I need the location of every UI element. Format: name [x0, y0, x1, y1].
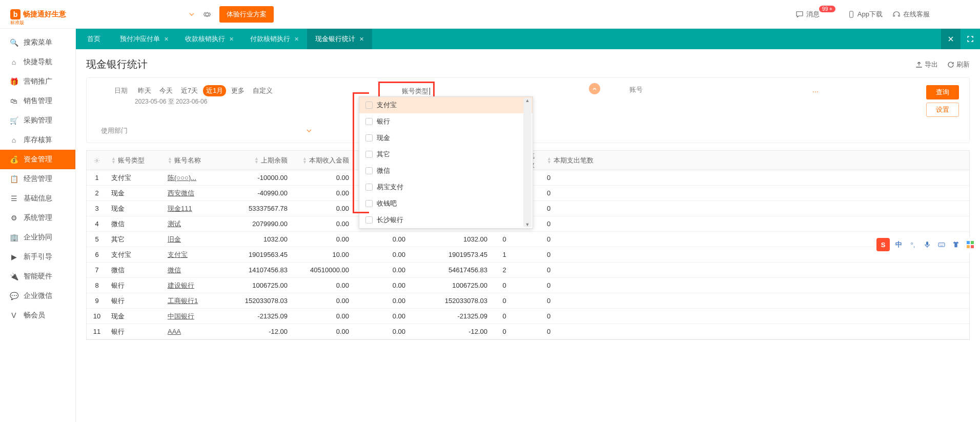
skin-icon[interactable] — [950, 239, 962, 250]
account-name-link[interactable]: AAA — [168, 328, 181, 335]
checkbox[interactable] — [365, 216, 373, 224]
sidebar-item-10[interactable]: 🏢企业协同 — [0, 228, 75, 247]
checkbox[interactable] — [365, 102, 373, 109]
sidebar-item-5[interactable]: ⌂库存核算 — [0, 130, 75, 150]
account-name-link[interactable]: 工商银行1 — [168, 296, 198, 306]
account-name-link[interactable]: 旧金 — [168, 235, 181, 244]
col-expense-count[interactable]: ▲▼本期支出笔数 — [543, 156, 615, 165]
sidebar-item-4[interactable]: 🛒采购管理 — [0, 111, 75, 130]
export-button[interactable]: 导出 — [915, 60, 938, 69]
sidebar-item-7[interactable]: 📋经营管理 — [0, 169, 75, 189]
date-opt-0[interactable]: 昨天 — [135, 85, 154, 96]
gear-icon[interactable] — [202, 10, 212, 19]
table-row: 7微信微信14107456.8340510000.000.0054617456.… — [87, 263, 969, 278]
department-input[interactable] — [135, 127, 306, 135]
toolbox-icon[interactable] — [965, 239, 976, 250]
date-opt-3[interactable]: 近1月 — [203, 85, 226, 96]
tab-close-icon[interactable]: ✕ — [164, 36, 169, 43]
sidebar-item-9[interactable]: ⚙系统管理 — [0, 208, 75, 228]
sidebar-icon: 🔍 — [9, 38, 18, 47]
text-cursor — [430, 88, 430, 95]
tab-close-button[interactable] — [941, 29, 961, 49]
sidebar-icon: 🛒 — [9, 116, 18, 125]
checkbox[interactable] — [365, 184, 373, 191]
ime-punct-icon[interactable]: °, — [907, 239, 918, 250]
sidebar-icon: 🎁 — [9, 77, 18, 86]
collapse-toggle[interactable] — [589, 83, 600, 94]
app-download-button[interactable]: App下载 — [847, 10, 883, 19]
col-account-type[interactable]: ▲▼账号类型 — [107, 156, 164, 165]
dropdown-scrollbar[interactable]: ▲ ▼ — [523, 98, 532, 227]
dropdown-option-4[interactable]: 微信 — [359, 163, 533, 179]
settings-button[interactable]: 设置 — [926, 103, 959, 117]
dropdown-option-3[interactable]: 其它 — [359, 146, 533, 163]
dropdown-option-7[interactable]: 长沙银行 — [359, 212, 533, 228]
sidebar-icon: ⌂ — [9, 57, 18, 67]
online-service-button[interactable]: 在线客服 — [892, 10, 930, 19]
account-name-link[interactable]: 中国银行 — [168, 312, 194, 321]
checkbox[interactable] — [365, 167, 373, 174]
date-opt-4[interactable]: 更多 — [228, 85, 248, 96]
messages-button[interactable]: 消息 99 + — [795, 10, 838, 19]
sidebar-item-11[interactable]: ▶新手引导 — [0, 247, 75, 267]
sidebar-item-2[interactable]: 🎁营销推广 — [0, 72, 75, 91]
checkbox[interactable] — [365, 200, 373, 207]
company-select[interactable] — [92, 11, 195, 17]
tab-2[interactable]: 付款核销执行✕ — [242, 29, 307, 49]
dropdown-option-1[interactable]: 银行 — [359, 113, 533, 130]
sidebar-item-1[interactable]: ⌂快捷导航 — [0, 52, 75, 72]
refresh-button[interactable]: 刷新 — [947, 60, 970, 69]
account-name-link[interactable]: 微信 — [168, 266, 181, 275]
table-row: 8银行建设银行1006725.000.000.001006725.0000 — [87, 278, 969, 293]
phone-icon — [847, 10, 855, 18]
checkbox[interactable] — [365, 118, 373, 125]
col-prev-balance[interactable]: ▲▼上期余额 — [230, 156, 292, 165]
account-name-link[interactable]: 现金111 — [168, 204, 192, 213]
account-name-link[interactable]: 支付宝 — [168, 250, 188, 259]
tab-home[interactable]: 首页 — [76, 29, 112, 49]
table-row: 9银行工商银行1152033078.030.000.00152033078.03… — [87, 293, 969, 309]
account-name-link[interactable]: 建设银行 — [168, 281, 194, 290]
tab-close-icon[interactable]: ✕ — [294, 36, 299, 43]
sidebar-item-12[interactable]: 🔌智能硬件 — [0, 267, 75, 286]
svg-point-1 — [96, 159, 98, 162]
tab-expand-button[interactable] — [961, 29, 980, 49]
sidebar-item-14[interactable]: V畅会员 — [0, 306, 75, 325]
date-opt-5[interactable]: 自定义 — [250, 85, 276, 96]
query-button[interactable]: 查询 — [926, 85, 959, 99]
tab-close-icon[interactable]: ✕ — [359, 36, 364, 43]
account-type-dropdown: 支付宝银行现金其它微信易宝支付收钱吧长沙银行 ▲ ▼ — [359, 96, 533, 229]
table-settings-button[interactable] — [87, 157, 107, 164]
dropdown-option-6[interactable]: 收钱吧 — [359, 195, 533, 212]
dropdown-option-5[interactable]: 易宝支付 — [359, 179, 533, 195]
dropdown-option-0[interactable]: 支付宝 — [359, 97, 533, 113]
sidebar-icon: 📋 — [9, 174, 18, 184]
sidebar-item-6[interactable]: 💰资金管理 — [0, 150, 75, 169]
sidebar-item-3[interactable]: 🛍销售管理 — [0, 91, 75, 111]
tab-1[interactable]: 收款核销执行✕ — [177, 29, 242, 49]
more-filters-button[interactable]: … — [812, 86, 820, 94]
account-name-link[interactable]: 陈(○○○)... — [168, 173, 196, 183]
keyboard-icon[interactable] — [936, 239, 947, 250]
mic-icon[interactable] — [922, 239, 933, 250]
col-account-name[interactable]: ▲▼账号名称 — [164, 156, 230, 165]
chevron-up-icon — [591, 86, 598, 92]
tab-close-icon[interactable]: ✕ — [229, 36, 234, 43]
tab-3[interactable]: 现金银行统计✕ — [307, 29, 372, 49]
department-dropdown-button[interactable] — [306, 128, 312, 134]
trial-button[interactable]: 体验行业方案 — [219, 6, 274, 23]
dropdown-option-2[interactable]: 现金 — [359, 130, 533, 146]
date-opt-2[interactable]: 近7天 — [178, 85, 201, 96]
date-opt-1[interactable]: 今天 — [156, 85, 176, 96]
ime-lang-button[interactable]: 中 — [893, 239, 904, 250]
account-name-link[interactable]: 测试 — [168, 219, 181, 229]
sidebar-item-13[interactable]: 💬企业微信 — [0, 286, 75, 306]
col-income[interactable]: ▲▼本期收入金额 — [292, 156, 353, 165]
checkbox[interactable] — [365, 134, 373, 142]
sidebar-item-0[interactable]: 🔍搜索菜单 — [0, 33, 75, 52]
account-name-link[interactable]: 西安微信 — [168, 189, 194, 198]
sogou-ime-icon[interactable]: S — [876, 238, 890, 251]
checkbox[interactable] — [365, 151, 373, 158]
tab-0[interactable]: 预付冲应付单✕ — [112, 29, 177, 49]
sidebar-item-8[interactable]: ☰基础信息 — [0, 189, 75, 208]
